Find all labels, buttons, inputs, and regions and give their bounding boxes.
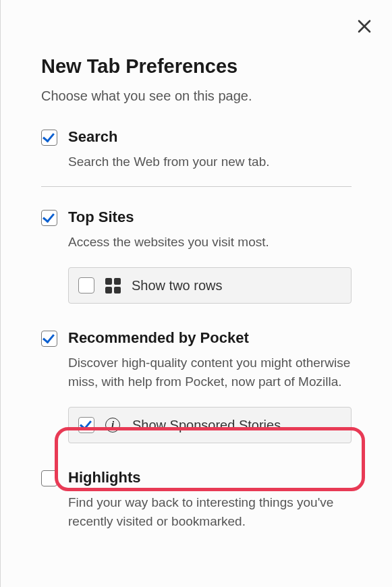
section-pocket: Recommended by Pocket Discover high-qual… — [41, 324, 352, 443]
pocket-title: Recommended by Pocket — [68, 329, 352, 347]
top-sites-desc: Access the websites you visit most. — [68, 233, 352, 252]
sponsored-stories-checkbox[interactable] — [78, 417, 94, 433]
info-icon[interactable]: i — [105, 418, 120, 432]
close-button[interactable] — [357, 19, 372, 34]
search-checkbox[interactable] — [41, 130, 57, 146]
pocket-desc: Discover high-quality content you might … — [68, 354, 352, 391]
top-sites-title: Top Sites — [68, 208, 352, 226]
top-sites-checkbox[interactable] — [41, 210, 57, 226]
page-title: New Tab Preferences — [41, 0, 352, 78]
top-sites-rows-option[interactable]: Show two rows — [68, 267, 352, 304]
sponsored-stories-option[interactable]: i Show Sponsored Stories — [68, 407, 352, 443]
preferences-panel: New Tab Preferences Choose what you see … — [0, 0, 392, 587]
section-divider — [41, 186, 352, 187]
highlights-checkbox[interactable] — [41, 470, 57, 486]
grid-icon — [105, 278, 121, 294]
show-two-rows-label: Show two rows — [132, 278, 223, 294]
search-desc: Search the Web from your new tab. — [68, 152, 352, 171]
section-search: Search Search the Web from your new tab. — [41, 123, 352, 171]
section-top-sites: Top Sites Access the websites you visit … — [41, 203, 352, 304]
sponsored-stories-label: Show Sponsored Stories — [132, 418, 281, 433]
page-subtitle: Choose what you see on this page. — [41, 88, 352, 104]
pocket-checkbox[interactable] — [41, 331, 57, 347]
highlights-desc: Find your way back to interesting things… — [68, 493, 352, 530]
close-icon — [357, 19, 372, 34]
search-title: Search — [68, 128, 352, 146]
highlights-title: Highlights — [68, 469, 352, 486]
section-highlights: Highlights Find your way back to interes… — [41, 464, 352, 530]
show-two-rows-checkbox[interactable] — [78, 277, 94, 294]
